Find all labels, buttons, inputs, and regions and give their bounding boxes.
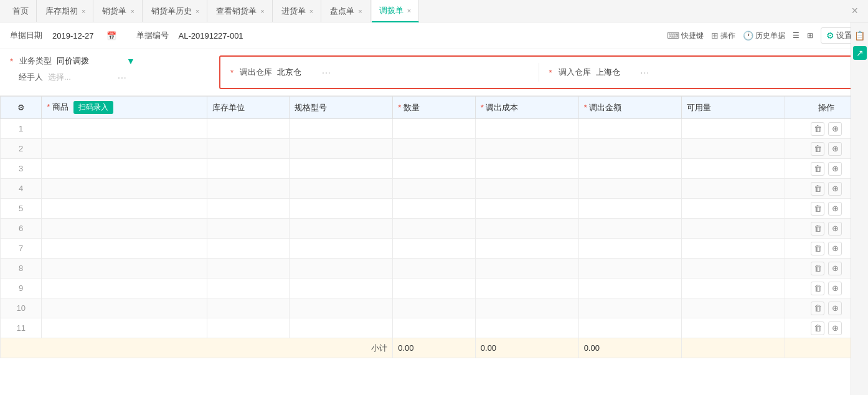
row-unit-7[interactable] <box>207 239 290 259</box>
window-close-button[interactable]: × <box>846 4 863 17</box>
layout1-button[interactable]: ☰ <box>793 31 800 40</box>
row-copy-1[interactable]: ⊕ <box>828 122 842 136</box>
row-copy-9[interactable]: ⊕ <box>828 282 842 295</box>
row-delete-10[interactable]: 🗑 <box>811 302 824 315</box>
tab-view-sales[interactable]: 查看销货单 × <box>209 0 272 22</box>
row-amount-2[interactable] <box>578 139 682 159</box>
handler-more-btn[interactable]: ··· <box>115 72 130 82</box>
source-warehouse-value[interactable]: 北京仓 <box>277 67 314 78</box>
row-goods-9[interactable] <box>42 278 207 298</box>
row-delete-9[interactable]: 🗑 <box>811 282 824 295</box>
row-unit-1[interactable] <box>207 119 290 139</box>
row-spec-2[interactable] <box>290 139 393 159</box>
row-amount-1[interactable] <box>578 119 682 139</box>
row-amount-3[interactable] <box>578 159 682 179</box>
row-spec-6[interactable] <box>290 219 393 239</box>
calendar-icon[interactable]: 📅 <box>106 31 116 40</box>
col-settings-icon[interactable]: ⚙ <box>1 97 42 119</box>
row-delete-6[interactable]: 🗑 <box>811 222 824 236</box>
handler-input[interactable]: 选择... <box>48 72 110 83</box>
tab-sales-order[interactable]: 销货单 × <box>95 0 142 22</box>
row-spec-10[interactable] <box>290 298 393 318</box>
shortcut-button[interactable]: ⌨ 快捷键 <box>667 31 704 41</box>
row-available-5[interactable] <box>682 199 785 219</box>
row-delete-4[interactable]: 🗑 <box>811 182 824 196</box>
operation-button[interactable]: ⊞ 操作 <box>711 31 735 41</box>
table-settings-icon[interactable]: ⚙ <box>17 103 25 112</box>
row-cost-3[interactable] <box>475 159 578 179</box>
row-goods-3[interactable] <box>42 159 207 179</box>
row-copy-7[interactable]: ⊕ <box>828 242 842 255</box>
tab-sales-order-close[interactable]: × <box>130 7 134 15</box>
row-qty-5[interactable] <box>393 199 476 219</box>
row-delete-5[interactable]: 🗑 <box>811 202 824 216</box>
row-cost-4[interactable] <box>475 179 578 199</box>
row-cost-2[interactable] <box>475 139 578 159</box>
row-available-10[interactable] <box>682 298 785 318</box>
row-goods-1[interactable] <box>42 119 207 139</box>
row-copy-3[interactable]: ⊕ <box>828 162 842 176</box>
row-unit-2[interactable] <box>207 139 290 159</box>
tab-inventory-init[interactable]: 库存期初 × <box>38 0 93 22</box>
row-qty-1[interactable] <box>393 119 476 139</box>
row-amount-7[interactable] <box>578 239 682 259</box>
row-available-8[interactable] <box>682 259 785 278</box>
row-unit-3[interactable] <box>207 159 290 179</box>
row-qty-8[interactable] <box>393 259 476 278</box>
business-type-value[interactable]: 同价调拨 <box>57 55 119 67</box>
row-copy-4[interactable]: ⊕ <box>828 182 842 196</box>
row-amount-6[interactable] <box>578 219 682 239</box>
row-spec-8[interactable] <box>290 259 393 278</box>
sidebar-notes-icon[interactable]: 📋 <box>853 29 867 42</box>
row-available-7[interactable] <box>682 239 785 259</box>
row-cost-1[interactable] <box>475 119 578 139</box>
row-qty-3[interactable] <box>393 159 476 179</box>
row-delete-3[interactable]: 🗑 <box>811 162 824 176</box>
tab-sales-history-close[interactable]: × <box>196 7 199 15</box>
row-copy-5[interactable]: ⊕ <box>828 202 842 216</box>
row-cost-8[interactable] <box>475 259 578 278</box>
row-amount-9[interactable] <box>578 278 682 298</box>
table-scroll-area[interactable]: ⚙ * 商品 扫码录入 库存单位 规格型号 * 数量 <box>0 96 868 366</box>
sidebar-export-icon[interactable]: ↗ <box>853 46 867 60</box>
row-available-11[interactable] <box>682 318 785 338</box>
row-spec-9[interactable] <box>290 278 393 298</box>
tab-transfer[interactable]: 调拨单 × <box>372 0 419 22</box>
tab-view-sales-close[interactable]: × <box>260 7 264 15</box>
row-delete-2[interactable]: 🗑 <box>811 142 824 156</box>
row-available-9[interactable] <box>682 278 785 298</box>
tab-transfer-close[interactable]: × <box>407 7 411 14</box>
row-unit-5[interactable] <box>207 199 290 219</box>
row-copy-8[interactable]: ⊕ <box>828 262 842 275</box>
row-qty-9[interactable] <box>393 278 476 298</box>
row-spec-11[interactable] <box>290 318 393 338</box>
row-goods-5[interactable] <box>42 199 207 219</box>
tab-sales-history[interactable]: 销货单历史 × <box>144 0 207 22</box>
tab-home[interactable]: 首页 <box>5 0 37 22</box>
row-amount-11[interactable] <box>578 318 682 338</box>
row-amount-4[interactable] <box>578 179 682 199</box>
row-goods-2[interactable] <box>42 139 207 159</box>
row-copy-11[interactable]: ⊕ <box>828 321 842 335</box>
row-qty-4[interactable] <box>393 179 476 199</box>
row-available-3[interactable] <box>682 159 785 179</box>
layout2-button[interactable]: ⊞ <box>807 31 813 40</box>
row-spec-5[interactable] <box>290 199 393 219</box>
target-warehouse-more[interactable]: ··· <box>638 67 653 77</box>
row-amount-8[interactable] <box>578 259 682 278</box>
row-available-6[interactable] <box>682 219 785 239</box>
row-available-1[interactable] <box>682 119 785 139</box>
row-unit-9[interactable] <box>207 278 290 298</box>
tab-inventory-init-close[interactable]: × <box>82 7 85 15</box>
row-unit-4[interactable] <box>207 179 290 199</box>
row-cost-11[interactable] <box>475 318 578 338</box>
row-delete-11[interactable]: 🗑 <box>811 321 824 335</box>
row-qty-7[interactable] <box>393 239 476 259</box>
row-available-2[interactable] <box>682 139 785 159</box>
row-qty-10[interactable] <box>393 298 476 318</box>
row-copy-6[interactable]: ⊕ <box>828 222 842 236</box>
row-goods-6[interactable] <box>42 219 207 239</box>
row-delete-7[interactable]: 🗑 <box>811 242 824 255</box>
tab-stocktake-close[interactable]: × <box>358 7 362 15</box>
row-unit-6[interactable] <box>207 219 290 239</box>
